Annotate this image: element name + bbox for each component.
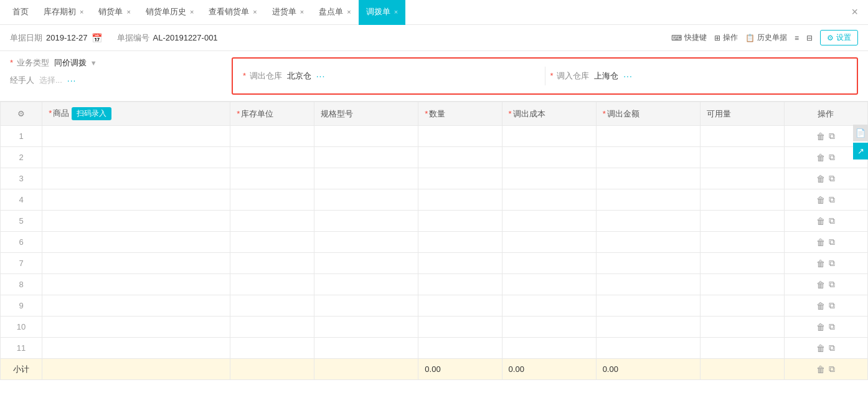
row-amount[interactable] bbox=[596, 338, 701, 359]
row-unit[interactable] bbox=[230, 295, 314, 316]
in-warehouse-more-button[interactable]: ··· bbox=[623, 71, 633, 81]
row-qty[interactable] bbox=[418, 189, 502, 211]
row-qty[interactable] bbox=[418, 211, 502, 232]
row-qty[interactable] bbox=[418, 253, 502, 274]
row-product[interactable] bbox=[42, 147, 230, 168]
delete-row-icon[interactable]: 🗑 bbox=[816, 153, 825, 163]
row-cost[interactable] bbox=[502, 274, 596, 295]
col-settings[interactable]: ⚙ bbox=[1, 102, 42, 126]
row-available[interactable] bbox=[701, 126, 784, 147]
out-warehouse-value[interactable]: 北京仓 bbox=[287, 70, 311, 82]
row-spec[interactable] bbox=[314, 316, 418, 338]
row-spec[interactable] bbox=[314, 189, 418, 211]
row-qty[interactable] bbox=[418, 274, 502, 295]
row-amount[interactable] bbox=[596, 147, 701, 168]
copy-row-icon[interactable]: ⧉ bbox=[829, 131, 835, 141]
row-available[interactable] bbox=[701, 147, 784, 168]
row-unit[interactable] bbox=[230, 274, 314, 295]
copy-row-icon[interactable]: ⧉ bbox=[829, 258, 835, 269]
copy-row-icon[interactable]: ⧉ bbox=[829, 173, 835, 184]
copy-row-icon[interactable]: ⧉ bbox=[829, 194, 835, 205]
row-product[interactable] bbox=[42, 126, 230, 147]
delete-row-icon[interactable]: 🗑 bbox=[816, 216, 825, 226]
delete-row-icon[interactable]: 🗑 bbox=[816, 322, 825, 332]
row-product[interactable] bbox=[42, 253, 230, 274]
row-amount[interactable] bbox=[596, 316, 701, 338]
tab-purchase[interactable]: 进货单 × bbox=[265, 0, 311, 25]
handler-input[interactable]: 选择... bbox=[39, 75, 62, 86]
row-amount[interactable] bbox=[596, 274, 701, 295]
row-product[interactable] bbox=[42, 168, 230, 189]
copy-row-icon[interactable]: ⧉ bbox=[829, 216, 835, 226]
tab-close-transfer[interactable]: × bbox=[394, 8, 398, 16]
copy-row-icon[interactable]: ⧉ bbox=[829, 279, 835, 290]
tab-view-sales[interactable]: 查看销货单 × bbox=[201, 0, 264, 25]
calendar-icon[interactable]: 📅 bbox=[92, 33, 102, 43]
tab-close-purchase[interactable]: × bbox=[300, 8, 304, 16]
in-warehouse-value[interactable]: 上海仓 bbox=[594, 70, 618, 82]
row-qty[interactable] bbox=[418, 168, 502, 189]
delete-row-icon[interactable]: 🗑 bbox=[816, 343, 825, 353]
row-cost[interactable] bbox=[502, 338, 596, 359]
tab-inventory-init[interactable]: 库存期初 × bbox=[36, 0, 91, 25]
delete-row-icon[interactable]: 🗑 bbox=[816, 174, 825, 184]
row-product[interactable] bbox=[42, 189, 230, 211]
row-product[interactable] bbox=[42, 232, 230, 253]
handler-more-button[interactable]: ··· bbox=[67, 75, 77, 85]
row-amount[interactable] bbox=[596, 295, 701, 316]
row-amount[interactable] bbox=[596, 126, 701, 147]
row-spec[interactable] bbox=[314, 126, 418, 147]
copy-row-icon[interactable]: ⧉ bbox=[829, 152, 835, 163]
row-spec[interactable] bbox=[314, 338, 418, 359]
row-amount[interactable] bbox=[596, 253, 701, 274]
row-unit[interactable] bbox=[230, 126, 314, 147]
row-qty[interactable] bbox=[418, 295, 502, 316]
row-unit[interactable] bbox=[230, 189, 314, 211]
row-unit[interactable] bbox=[230, 211, 314, 232]
setting-button[interactable]: ⚙ 设置 bbox=[820, 30, 858, 45]
scan-button[interactable]: 扫码录入 bbox=[72, 107, 111, 120]
row-available[interactable] bbox=[701, 295, 784, 316]
row-available[interactable] bbox=[701, 253, 784, 274]
row-cost[interactable] bbox=[502, 316, 596, 338]
row-product[interactable] bbox=[42, 295, 230, 316]
tab-close-sales-history[interactable]: × bbox=[190, 8, 194, 16]
copy-row-icon[interactable]: ⧉ bbox=[829, 300, 835, 311]
tab-close-inventory-init[interactable]: × bbox=[80, 8, 83, 16]
row-cost[interactable] bbox=[502, 126, 596, 147]
row-qty[interactable] bbox=[418, 126, 502, 147]
row-amount[interactable] bbox=[596, 232, 701, 253]
row-spec[interactable] bbox=[314, 274, 418, 295]
row-cost[interactable] bbox=[502, 232, 596, 253]
row-cost[interactable] bbox=[502, 211, 596, 232]
subtotal-copy-icon[interactable]: ⧉ bbox=[829, 364, 835, 374]
row-qty[interactable] bbox=[418, 316, 502, 338]
tab-stocktake[interactable]: 盘点单 × bbox=[311, 0, 358, 25]
row-available[interactable] bbox=[701, 274, 784, 295]
row-spec[interactable] bbox=[314, 211, 418, 232]
copy-row-icon[interactable]: ⧉ bbox=[829, 237, 835, 247]
delete-row-icon[interactable]: 🗑 bbox=[816, 280, 825, 290]
biz-type-select[interactable]: 同价调拨 ▼ bbox=[54, 57, 97, 69]
tab-home[interactable]: 首页 bbox=[5, 0, 36, 25]
row-amount[interactable] bbox=[596, 211, 701, 232]
tab-close-stocktake[interactable]: × bbox=[347, 8, 351, 16]
row-amount[interactable] bbox=[596, 168, 701, 189]
row-cost[interactable] bbox=[502, 147, 596, 168]
row-unit[interactable] bbox=[230, 316, 314, 338]
out-warehouse-more-button[interactable]: ··· bbox=[316, 71, 326, 81]
delete-row-icon[interactable]: 🗑 bbox=[816, 237, 825, 247]
tab-close-view-sales[interactable]: × bbox=[253, 8, 257, 16]
grid-view-button[interactable]: ⊟ bbox=[806, 34, 813, 42]
tab-transfer[interactable]: 调拨单 × bbox=[359, 0, 405, 25]
window-close-button[interactable]: × bbox=[846, 6, 863, 19]
row-unit[interactable] bbox=[230, 253, 314, 274]
row-unit[interactable] bbox=[230, 147, 314, 168]
shortcut-button[interactable]: ⌨ 快捷键 bbox=[671, 32, 707, 43]
delete-row-icon[interactable]: 🗑 bbox=[816, 301, 825, 311]
row-qty[interactable] bbox=[418, 338, 502, 359]
row-spec[interactable] bbox=[314, 253, 418, 274]
subtotal-delete-icon[interactable]: 🗑 bbox=[816, 364, 825, 374]
row-qty[interactable] bbox=[418, 147, 502, 168]
row-available[interactable] bbox=[701, 211, 784, 232]
